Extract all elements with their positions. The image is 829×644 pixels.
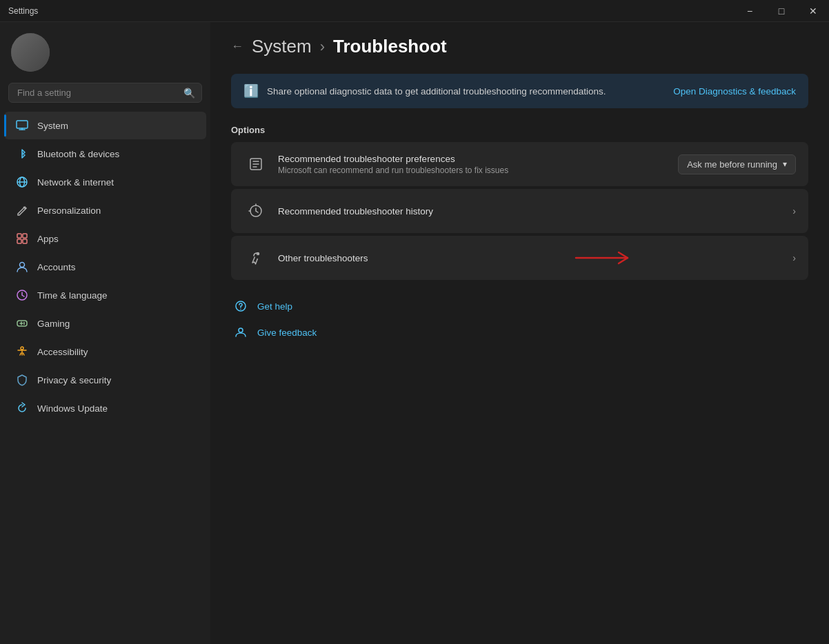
recommended-history-icon xyxy=(243,199,268,223)
svg-rect-5 xyxy=(17,239,21,243)
recommended-preferences-icon xyxy=(243,152,268,177)
network-icon xyxy=(15,175,29,189)
recommended-preferences-dropdown-value: Ask me before running xyxy=(687,159,777,170)
maximize-button[interactable]: □ xyxy=(766,0,797,22)
back-button[interactable]: ← xyxy=(231,39,243,54)
accounts-icon xyxy=(15,260,29,274)
sidebar-item-label-system: System xyxy=(37,121,68,131)
breadcrumb-separator: › xyxy=(320,38,325,56)
sidebar-item-label-gaming: Gaming xyxy=(37,319,70,329)
info-banner-text: Share optional diagnostic data to get ad… xyxy=(267,86,606,97)
privacy-icon xyxy=(15,373,29,387)
info-banner-left: ℹ️ Share optional diagnostic data to get… xyxy=(243,83,606,99)
personalization-icon xyxy=(15,203,29,217)
options-list: Recommended troubleshooter preferencesMi… xyxy=(231,142,808,280)
gaming-icon xyxy=(15,316,29,330)
option-recommended-history[interactable]: Recommended troubleshooter history› xyxy=(231,189,808,233)
titlebar: Settings − □ ✕ xyxy=(0,0,829,22)
sidebar-item-label-bluetooth: Bluetooth & devices xyxy=(37,149,119,159)
recommended-preferences-title: Recommended troubleshooter preferences xyxy=(278,154,678,164)
recommended-history-chevron-icon: › xyxy=(792,205,796,217)
sidebar-item-time[interactable]: Time & language xyxy=(4,281,206,309)
recommended-preferences-subtitle: Microsoft can recommend and run troubles… xyxy=(278,165,678,175)
sidebar-item-update[interactable]: Windows Update xyxy=(4,394,206,422)
window-controls: − □ ✕ xyxy=(734,0,829,22)
sidebar-item-label-time: Time & language xyxy=(37,290,108,301)
sidebar-item-bluetooth[interactable]: Bluetooth & devices xyxy=(4,140,206,168)
bluetooth-icon xyxy=(15,147,29,161)
apps-icon xyxy=(15,232,29,245)
svg-point-10 xyxy=(23,322,25,323)
info-icon: ℹ️ xyxy=(243,83,259,99)
give-feedback-label[interactable]: Give feedback xyxy=(257,328,317,338)
options-label: Options xyxy=(231,125,808,135)
search-container: 🔍 xyxy=(8,83,202,103)
sidebar-item-accessibility[interactable]: Accessibility xyxy=(4,338,206,365)
system-icon xyxy=(15,119,29,132)
get-help-icon xyxy=(231,296,250,316)
sidebar-item-gaming[interactable]: Gaming xyxy=(4,310,206,337)
sidebar: 🔍 SystemBluetooth & devicesNetwork & int… xyxy=(0,22,210,644)
svg-rect-3 xyxy=(17,234,21,238)
svg-rect-0 xyxy=(17,121,28,128)
sidebar-profile xyxy=(0,22,210,80)
app-title: Settings xyxy=(8,6,38,16)
svg-rect-4 xyxy=(23,234,27,238)
close-button[interactable]: ✕ xyxy=(797,0,829,22)
sidebar-item-personalization[interactable]: Personalization xyxy=(4,197,206,224)
give-feedback-link[interactable]: Give feedback xyxy=(231,323,808,342)
sidebar-item-label-update: Windows Update xyxy=(37,403,108,414)
update-icon xyxy=(15,401,29,415)
svg-rect-6 xyxy=(23,239,27,243)
avatar-image xyxy=(11,33,50,72)
svg-point-11 xyxy=(23,323,25,325)
other-troubleshooters-title: Other troubleshooters xyxy=(278,253,792,263)
option-other-troubleshooters[interactable]: Other troubleshooters› xyxy=(231,236,808,280)
info-banner: ℹ️ Share optional diagnostic data to get… xyxy=(231,74,808,108)
avatar xyxy=(11,33,50,72)
svg-point-17 xyxy=(240,309,241,310)
sidebar-nav: SystemBluetooth & devicesNetwork & inter… xyxy=(0,108,210,644)
recommended-history-title: Recommended troubleshooter history xyxy=(278,206,792,217)
sidebar-item-privacy[interactable]: Privacy & security xyxy=(4,366,206,394)
sidebar-item-label-accessibility: Accessibility xyxy=(37,347,88,357)
sidebar-item-label-network: Network & internet xyxy=(37,177,114,188)
svg-point-7 xyxy=(20,263,25,268)
app-container: 🔍 SystemBluetooth & devicesNetwork & int… xyxy=(0,22,829,644)
sidebar-item-network[interactable]: Network & internet xyxy=(4,168,206,196)
sidebar-item-apps[interactable]: Apps xyxy=(4,225,206,252)
breadcrumb: ← System › Troubleshoot xyxy=(231,36,808,57)
page-title: Troubleshoot xyxy=(333,36,447,57)
accessibility-icon xyxy=(15,345,29,359)
sidebar-item-system[interactable]: System xyxy=(4,112,206,139)
chevron-down-icon: ▾ xyxy=(783,159,787,169)
other-troubleshooters-icon xyxy=(243,245,268,270)
sidebar-item-label-privacy: Privacy & security xyxy=(37,375,111,385)
sidebar-item-label-accounts: Accounts xyxy=(37,262,76,272)
other-troubleshooters-chevron-icon: › xyxy=(792,252,796,263)
recommended-preferences-dropdown[interactable]: Ask me before running ▾ xyxy=(678,154,796,174)
sidebar-item-label-personalization: Personalization xyxy=(37,205,101,216)
sidebar-item-accounts[interactable]: Accounts xyxy=(4,253,206,281)
search-icon: 🔍 xyxy=(183,88,195,99)
help-links: Get helpGive feedback xyxy=(231,296,808,342)
time-icon xyxy=(15,288,29,302)
get-help-label[interactable]: Get help xyxy=(257,301,292,312)
svg-point-18 xyxy=(239,328,243,332)
svg-point-12 xyxy=(21,347,23,350)
breadcrumb-parent[interactable]: System xyxy=(252,36,312,57)
search-input[interactable] xyxy=(8,83,202,103)
option-recommended-preferences[interactable]: Recommended troubleshooter preferencesMi… xyxy=(231,142,808,186)
open-diagnostics-link[interactable]: Open Diagnostics & feedback xyxy=(673,86,796,97)
main-content: ← System › Troubleshoot ℹ️ Share optiona… xyxy=(210,22,829,644)
minimize-button[interactable]: − xyxy=(734,0,766,22)
sidebar-item-label-apps: Apps xyxy=(37,234,59,244)
get-help-link[interactable]: Get help xyxy=(231,296,808,316)
give-feedback-icon xyxy=(231,323,250,342)
